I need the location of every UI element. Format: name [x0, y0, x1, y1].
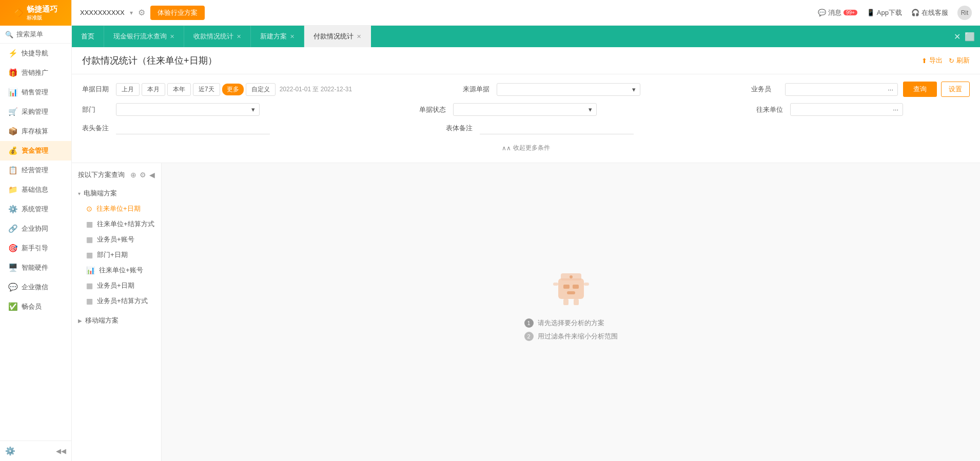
- sidebar-item-label: 智能硬件: [22, 263, 48, 272]
- sidebar-item-label: 库存核算: [22, 127, 48, 136]
- online-service-btn[interactable]: 🎧 在线客服: [911, 8, 948, 17]
- mobile-group-header[interactable]: ▶ 移动端方案: [72, 313, 161, 328]
- sidebar-nav: ⚡ 快捷导航 🎁 营销推广 📊 销售管理 🛒 采购管理 📦 库存核算 💰 资金管…: [0, 44, 71, 440]
- header-note-input[interactable]: [116, 122, 270, 134]
- search-menu[interactable]: 🔍 搜索菜单: [0, 26, 71, 44]
- tab-bar: 首页 现金银行流水查询 ✕ 收款情况统计 ✕ 新建方案 ✕ 付款情况统计 ✕ ✕…: [72, 26, 980, 47]
- settings-icon[interactable]: ⚙️: [5, 446, 15, 456]
- collapse-panel-icon[interactable]: ◀: [149, 171, 155, 179]
- mobile-scheme-group: ▶ 移动端方案: [72, 311, 161, 330]
- messages-badge: 99+: [844, 10, 857, 15]
- tab-bank-close[interactable]: ✕: [170, 33, 174, 40]
- tab-home[interactable]: 首页: [72, 26, 104, 47]
- scheme-item-unit-payment[interactable]: ▦ 往来单位+结算方式: [72, 216, 161, 232]
- body-note-input[interactable]: [480, 122, 634, 134]
- sidebar-item-quick-nav[interactable]: ⚡ 快捷导航: [0, 44, 71, 63]
- tab-home-label: 首页: [81, 32, 94, 41]
- hardware-icon: 🖥️: [8, 263, 17, 272]
- export-btn[interactable]: ⬆ 导出: [922, 56, 943, 65]
- salesman-select[interactable]: ···: [785, 83, 898, 96]
- date-btn-7days[interactable]: 近7天: [193, 83, 220, 96]
- add-scheme-icon[interactable]: ⊕: [130, 171, 136, 179]
- sidebar-item-label: 资金管理: [22, 146, 48, 155]
- sidebar-item-guide[interactable]: 🎯 新手引导: [0, 238, 71, 258]
- scheme-item-salesman-account[interactable]: ▦ 业务员+账号: [72, 232, 161, 247]
- sidebar-item-label: 经营管理: [22, 166, 48, 175]
- sidebar-item-label: 快捷导航: [22, 49, 48, 58]
- query-btn[interactable]: 查询: [903, 82, 937, 97]
- scheme-item-unit-account[interactable]: 📊 往来单位+账号: [72, 263, 161, 278]
- filter-area: 单据日期 上月 本月 本年 近7天 更多 自定义 2022-01-01 至 20…: [72, 74, 980, 163]
- export-label: 导出: [929, 56, 943, 65]
- setting-btn[interactable]: 设置: [941, 82, 970, 97]
- maximize-icon[interactable]: ⬜: [965, 32, 975, 42]
- sidebar-item-inventory[interactable]: 📦 库存核算: [0, 122, 71, 141]
- dept-select[interactable]: ▾: [116, 103, 260, 116]
- desktop-group-header[interactable]: ▾ 电脑端方案: [72, 186, 161, 201]
- collapse-sidebar-icon[interactable]: ◀◀: [56, 447, 66, 455]
- messages-btn[interactable]: 💬 消息 99+: [818, 8, 857, 17]
- app-download-btn[interactable]: 📱 App下载: [867, 8, 902, 17]
- desktop-scheme-group: ▾ 电脑端方案 ⊙ 往来单位+日期 ▦ 往来单位+结算方式 ▦ 业务员+账号: [72, 184, 161, 311]
- date-btn-last-month[interactable]: 上月: [116, 83, 140, 96]
- close-all-tabs-icon[interactable]: ✕: [954, 32, 961, 42]
- tab-collection[interactable]: 收款情况统计 ✕: [184, 26, 251, 47]
- sidebar-item-vip[interactable]: ✅ 畅会员: [0, 297, 71, 316]
- desktop-group-label: 电脑端方案: [84, 189, 117, 198]
- refresh-btn[interactable]: ↻ 刷新: [949, 56, 970, 65]
- status-select[interactable]: ▾: [453, 103, 597, 116]
- operation-icon: 📋: [8, 166, 17, 175]
- scheme-item-label: 往来单位+账号: [99, 266, 143, 275]
- inventory-icon: 📦: [8, 127, 17, 136]
- sidebar-item-capital[interactable]: 💰 资金管理: [0, 141, 71, 161]
- topbar-gear-icon[interactable]: ⚙: [138, 8, 145, 17]
- sidebar-item-system[interactable]: ⚙️ 系统管理: [0, 199, 71, 219]
- unit-date-icon: ⊙: [86, 205, 92, 213]
- sidebar-item-operation[interactable]: 📋 经营管理: [0, 161, 71, 180]
- salesman-dropdown-icon: ···: [888, 86, 893, 93]
- trial-btn[interactable]: 体验行业方案: [150, 6, 205, 20]
- main-area: XXXXXXXXXX ▾ ⚙ 体验行业方案 💬 消息 99+ 📱 App下载 🎧…: [72, 0, 980, 461]
- svg-rect-3: [567, 291, 575, 294]
- purchase-icon: 🛒: [8, 107, 17, 116]
- user-avatar[interactable]: Rit: [957, 6, 972, 20]
- scheme-item-salesman-date[interactable]: ▦ 业务员+日期: [72, 278, 161, 293]
- sidebar-item-label: 企业微信: [22, 283, 48, 292]
- tab-bank[interactable]: 现金银行流水查询 ✕: [104, 26, 184, 47]
- scheme-item-unit-date[interactable]: ⊙ 往来单位+日期: [72, 201, 161, 216]
- counterpart-select[interactable]: ···: [790, 103, 903, 116]
- sidebar-item-basic[interactable]: 📁 基础信息: [0, 180, 71, 199]
- collapse-label: 收起更多条件: [513, 144, 550, 152]
- app-name: 畅捷通巧: [27, 5, 57, 14]
- source-select[interactable]: ▾: [497, 83, 640, 96]
- tab-new-scheme[interactable]: 新建方案 ✕: [251, 26, 304, 47]
- sidebar-item-sales[interactable]: 📊 销售管理: [0, 83, 71, 102]
- date-btn-custom[interactable]: 自定义: [246, 83, 276, 96]
- app-sub: 标准版: [27, 14, 57, 22]
- topbar-left: XXXXXXXXXX ▾ ⚙ 体验行业方案: [80, 6, 205, 20]
- scheme-item-dept-date[interactable]: ▦ 部门+日期: [72, 247, 161, 263]
- collapse-btn[interactable]: ∧∧ 收起更多条件: [82, 141, 970, 155]
- date-btn-this-year[interactable]: 本年: [167, 83, 191, 96]
- sidebar-item-enterprise[interactable]: 🔗 企业协同: [0, 219, 71, 238]
- date-btn-this-month[interactable]: 本月: [142, 83, 165, 96]
- source-label: 来源单据: [463, 85, 492, 94]
- topbar-dropdown-icon[interactable]: ▾: [130, 9, 133, 16]
- date-label: 单据日期: [82, 85, 111, 94]
- logo-icon: 🔶: [14, 8, 24, 17]
- tab-payment[interactable]: 付款情况统计 ✕: [304, 26, 371, 47]
- sidebar-item-hardware[interactable]: 🖥️ 智能硬件: [0, 258, 71, 277]
- svg-rect-2: [573, 285, 579, 289]
- empty-state: 1 请先选择要分析的方案 2 用过滤条件来缩小分析范围: [524, 263, 618, 341]
- date-btn-more[interactable]: 更多: [222, 84, 244, 95]
- svg-rect-7: [584, 283, 589, 286]
- manage-scheme-icon[interactable]: ⚙: [140, 171, 146, 179]
- tab-new-scheme-close[interactable]: ✕: [290, 33, 295, 40]
- guide-icon: 🎯: [8, 244, 17, 253]
- sidebar-item-purchase[interactable]: 🛒 采购管理: [0, 102, 71, 122]
- tab-collection-close[interactable]: ✕: [237, 33, 241, 40]
- sidebar-item-marketing[interactable]: 🎁 营销推广: [0, 63, 71, 83]
- tab-payment-close[interactable]: ✕: [357, 33, 361, 40]
- scheme-item-salesman-payment[interactable]: ▦ 业务员+结算方式: [72, 293, 161, 309]
- sidebar-item-wechat[interactable]: 💬 企业微信: [0, 277, 71, 297]
